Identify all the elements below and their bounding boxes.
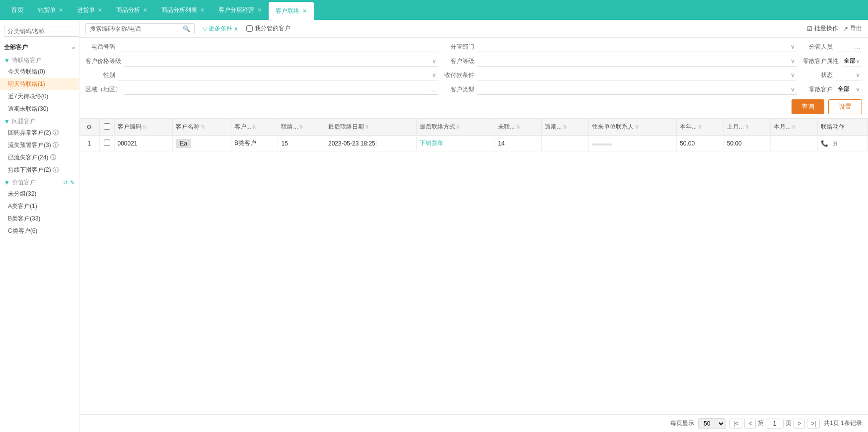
sidebar-item-tomorrow[interactable]: 明天待联络(1) [0,78,79,90]
th-contact-sort[interactable]: 联络... ⇅ [281,123,322,131]
customer-type-chevron-icon[interactable]: ∨ [791,86,795,93]
th-this-year-sort[interactable]: 本年... ⇅ [680,123,721,131]
right-content: 🔍 ▽ 更多条件 ∧ 我分管的客户 ☑ 批量操作 ↗ 导出 [79,20,868,432]
filter-customer-level: 客户等级 ∨ [444,55,797,67]
cell-index: 1 [79,136,99,151]
search-input[interactable] [90,25,181,32]
search-icon[interactable]: 🔍 [183,25,190,32]
gender-label: 性别 [85,71,115,79]
value-refresh-icon[interactable]: ↺ [63,179,68,186]
cell-type: B类客户 [231,136,278,151]
close-tab-5[interactable]: ✕ [302,8,307,14]
th-gear[interactable]: ⚙ [79,119,99,136]
select-all-checkbox[interactable] [104,123,110,130]
filter-gender: 性别 ∨ [85,70,438,80]
th-unit-contact-sort[interactable]: 往来单位联系人 ⇅ [592,123,673,131]
sidebar-all-customers[interactable]: 全部客户 « [0,41,79,54]
page-nav: |< < 第 页 > >| [729,419,820,429]
close-tab-0[interactable]: ✕ [59,7,63,13]
th-not-contact-sort[interactable]: 未联... ⇅ [498,123,539,131]
sidebar-item-churn-warning[interactable]: 流失预警客户(3) ⓘ [0,139,79,151]
qr-action-icon[interactable]: ⊞ [832,140,837,147]
th-code: 客户编码 ⇅ [114,119,173,136]
bulk-action-btn[interactable]: ☑ 批量操作 [807,24,838,33]
manager-label: 分管人员 [803,43,833,51]
th-this-month-sort[interactable]: 本月... ⇅ [774,123,814,131]
last-method-link[interactable]: 下销货单 [420,140,443,146]
dept-chevron-icon[interactable]: ∨ [791,43,795,50]
nav-tab-5[interactable]: 客户联络 ✕ [269,2,314,20]
table-row: 1 000021 Ea B类客户 15 2023-05-23 18:25: 下销… [79,136,868,151]
th-name-sort[interactable]: 客户名称 ⇅ [176,123,228,131]
th-last-method-sort[interactable]: 最后联络方式 ⇅ [420,123,492,131]
page-next-btn[interactable]: > [794,419,805,429]
sort-icon-name: ⇅ [201,124,205,130]
region-dots[interactable]: ... [431,86,436,93]
export-icon: ↗ [843,25,848,32]
phone-action-icon[interactable]: 📞 [821,140,828,147]
sidebar-item-b-class[interactable]: B类客户(33) [0,213,79,225]
per-page-select[interactable]: 50 100 200 [698,418,725,429]
page-last-btn[interactable]: >| [807,419,820,429]
nav-tab-0[interactable]: 销货单 ✕ [31,0,70,20]
th-last-date-sort[interactable]: 最后联络日期 ⇅ [328,123,413,131]
th-overdue-sort[interactable]: 逾期... ⇅ [545,123,585,131]
th-last-month-sort[interactable]: 上月... ⇅ [727,123,768,131]
sidebar-item-declining[interactable]: 持续下滑客户(2) ⓘ [0,164,79,176]
more-conditions-btn[interactable]: ▽ 更多条件 ∧ [199,23,242,34]
status-chevron-icon[interactable]: ∨ [856,72,860,78]
retail-attr-chevron-icon[interactable]: ∨ [856,58,860,65]
sort-icon-type: ⇅ [252,124,256,130]
page-label: 第 [758,419,764,428]
arrow-problem: ▼ [4,118,10,125]
sidebar-item-repurchase[interactable]: 回购异常客户(2) ⓘ [0,127,79,139]
sidebar-item-c-class[interactable]: C类客户(6) [0,225,79,237]
th-last-month: 上月... ⇅ [723,119,771,136]
sidebar-item-today[interactable]: 今天待联络(0) [0,66,79,78]
table-header-row: ⚙ 客户编码 ⇅ 客户名称 [79,119,868,136]
value-edit-icon[interactable]: ✎ [70,179,75,186]
sidebar-item-7days[interactable]: 近7天待联络(0) [0,90,79,103]
filter-retail-customer: 零散客户 全部 ∨ [803,83,862,95]
th-contact: 联络... ⇅ [278,119,325,136]
sidebar-item-a-class[interactable]: A类客户(1) [0,200,79,213]
retail-customer-chevron-icon[interactable]: ∨ [856,86,860,93]
th-code-sort[interactable]: 客户编码 ⇅ [118,123,170,131]
my-customers-checkbox[interactable] [246,25,253,32]
filter-customer-type: 客户类型 ∨ [444,83,797,95]
nav-tab-4[interactable]: 客户分层经营 ✕ [212,0,269,20]
nav-tab-2[interactable]: 商品分析 ✕ [109,0,154,20]
nav-home[interactable]: 首页 [4,0,31,20]
close-tab-4[interactable]: ✕ [257,7,262,13]
phone-input[interactable] [118,42,438,52]
close-tab-3[interactable]: ✕ [200,7,205,13]
row-checkbox[interactable] [104,140,110,146]
manager-dots[interactable]: ... [855,43,860,50]
customer-level-chevron-icon[interactable]: ∨ [791,58,795,65]
customer-type-label: 客户类型 [444,85,474,94]
dept-label: 分管部门 [444,43,474,51]
th-type-sort[interactable]: 客户... ⇅ [234,123,275,131]
sidebar-item-overdue[interactable]: 逾期未联络(30) [0,103,79,115]
value-level-chevron-icon[interactable]: ∨ [432,58,436,65]
sidebar-item-ungrouped[interactable]: 未分组(32) [0,188,79,200]
export-btn[interactable]: ↗ 导出 [843,24,862,33]
sidebar-item-churned[interactable]: 已流失客户(24) ⓘ [0,151,79,164]
cell-overdue [542,136,589,151]
sidebar-search-input[interactable] [4,26,79,37]
close-tab-1[interactable]: ✕ [98,7,102,13]
close-tab-2[interactable]: ✕ [143,7,147,13]
settings-button[interactable]: 设置 [828,99,862,114]
th-unit-contact: 往来单位联系人 ⇅ [588,119,676,136]
sidebar-collapse-icon[interactable]: « [72,45,75,51]
payment-chevron-icon[interactable]: ∨ [791,72,795,78]
query-button[interactable]: 查询 [792,99,824,114]
page-first-btn[interactable]: |< [729,419,742,429]
nav-tab-1[interactable]: 进货单 ✕ [70,0,109,20]
status-label: 状态 [803,71,833,79]
nav-tab-3[interactable]: 商品分析列表 ✕ [154,0,212,20]
page-prev-btn[interactable]: < [744,419,756,429]
my-customers-checkbox-label[interactable]: 我分管的客户 [246,24,290,33]
gender-chevron-icon[interactable]: ∨ [432,72,436,78]
page-number-input[interactable] [766,419,784,429]
